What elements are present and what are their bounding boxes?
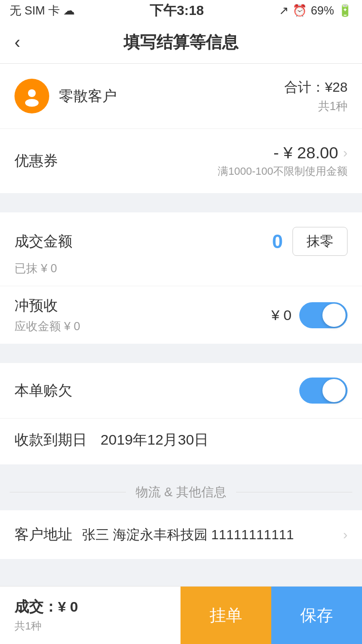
amount-label: 成交金额 (14, 227, 72, 256)
customer-name: 零散客户 (59, 86, 117, 106)
amount-value: 0 (272, 231, 283, 252)
address-row[interactable]: 客户地址 张三 海淀永丰科技园 11111111111 › (0, 510, 362, 559)
credit-row: 本单赊欠 (0, 363, 362, 418)
address-chevron-icon: › (343, 527, 348, 543)
date-value: 2019年12月30日 (100, 432, 208, 448)
amount-sub: 已抹 ¥ 0 (0, 261, 362, 286)
address-section: 客户地址 张三 海淀永丰科技园 11111111111 › (0, 510, 362, 559)
logistics-text: 物流 & 其他信息 (136, 484, 226, 501)
transaction-section: 成交金额 0 抹零 已抹 ¥ 0 冲预收 应收金额 ¥ 0 ¥ 0 (0, 212, 362, 344)
bottom-bar: 成交：¥ 0 共1种 挂单 保存 (0, 586, 362, 644)
status-right: ↗ ⏰ 69% 🔋 (279, 4, 352, 17)
credit-toggle-knob (322, 379, 346, 402)
credit-label: 本单赊欠 (14, 381, 72, 401)
total-label: 合计：¥28 (284, 78, 348, 97)
prepay-right: ¥ 0 (271, 302, 348, 328)
svg-point-1 (25, 99, 39, 107)
summary-label: 成交： (14, 599, 58, 615)
status-left: 无 SIM 卡 ☁ (10, 3, 75, 18)
customer-section: 零散客户 合计：¥28 共1种 优惠券 - ¥ 28.00 › 满1000-10… (0, 64, 362, 193)
customer-row: 零散客户 合计：¥28 共1种 (0, 64, 362, 128)
location-icon: ↗ (279, 4, 289, 17)
no-sim-text: 无 SIM 卡 ☁ (10, 3, 75, 18)
prepay-toggle[interactable] (299, 302, 348, 328)
prepay-amount: ¥ 0 (271, 307, 292, 323)
prepay-left: 冲预收 应收金额 ¥ 0 (14, 296, 80, 334)
gray-divider-1 (0, 203, 362, 212)
logistics-line-left (10, 492, 126, 492)
alarm-icon: ⏰ (292, 4, 307, 17)
hold-button[interactable]: 挂单 (181, 587, 271, 644)
prepay-row: 冲预收 应收金额 ¥ 0 ¥ 0 (0, 286, 362, 344)
coupon-row[interactable]: 优惠券 - ¥ 28.00 › 满1000-100不限制使用金额 (0, 128, 362, 193)
prepay-sub: 应收金额 ¥ 0 (14, 319, 80, 334)
avatar (14, 79, 49, 113)
battery-text: 69% (311, 4, 334, 17)
svg-point-0 (28, 89, 36, 97)
summary-count: 共1种 (14, 619, 166, 633)
prepay-label: 冲预收 (14, 296, 80, 316)
battery-icon: 🔋 (338, 4, 352, 17)
nav-bar: ‹ 填写结算等信息 (0, 21, 362, 64)
coupon-amount: - ¥ 28.00 (273, 143, 338, 162)
back-button[interactable]: ‹ (14, 32, 20, 53)
credit-toggle[interactable] (299, 378, 348, 404)
status-bar: 无 SIM 卡 ☁ 下午3:18 ↗ ⏰ 69% 🔋 (0, 0, 362, 21)
logistics-divider: 物流 & 其他信息 (0, 474, 362, 510)
round-button[interactable]: 抹零 (292, 227, 348, 256)
summary-top: 成交：¥ 0 (14, 597, 166, 617)
address-label: 客户地址 (14, 525, 72, 545)
save-button[interactable]: 保存 (271, 587, 362, 644)
coupon-label: 优惠券 (14, 151, 58, 171)
customer-left: 零散客户 (14, 79, 117, 113)
address-value: 张三 海淀永丰科技园 11111111111 (82, 526, 338, 544)
date-label: 收款到期日 (14, 432, 87, 448)
bottom-summary: 成交：¥ 0 共1种 (0, 597, 181, 633)
customer-total: 合计：¥28 共1种 (284, 78, 348, 114)
date-row: 收款到期日 2019年12月30日 (0, 418, 362, 464)
coupon-chevron-icon: › (343, 145, 348, 161)
amount-row: 成交金额 0 抹零 (0, 212, 362, 261)
page-title: 填写结算等信息 (124, 31, 238, 54)
logistics-line-right (236, 492, 352, 492)
toggle-knob (322, 304, 346, 327)
summary-amount: ¥ 0 (58, 599, 78, 615)
gray-divider-2 (0, 353, 362, 363)
amount-right: 0 抹零 (272, 227, 348, 256)
status-time: 下午3:18 (150, 1, 204, 20)
coupon-desc: 满1000-100不限制使用金额 (218, 164, 348, 179)
credit-section: 本单赊欠 收款到期日 2019年12月30日 (0, 363, 362, 464)
total-count: 共1种 (284, 98, 348, 114)
